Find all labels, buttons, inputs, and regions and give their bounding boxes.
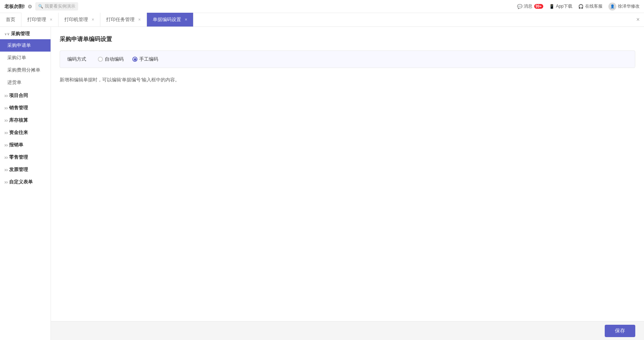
project-group-chevron: › [4,93,8,98]
online-service-label: 在线客服 [585,3,603,9]
search-bar[interactable]: 🔍 我要看实例演示 [35,2,78,11]
expense-group-label: 报销单 [9,142,23,148]
finance-group-chevron: › [4,130,8,135]
sidebar-item-purchase-expense[interactable]: 采购费用分摊单 [0,64,51,76]
sidebar-group-custom-title[interactable]: › 自定义表单 [0,175,51,187]
online-service[interactable]: 🎧 在线客服 [578,3,603,9]
sidebar-group-retail-title[interactable]: › 零售管理 [0,150,51,163]
top-bar-right: 💬 消息 99+ 📱 App下载 🎧 在线客服 👤 徐泽华修改 [517,3,640,11]
sidebar-group-purchase-title[interactable]: ∨ 采购管理 [0,27,51,39]
search-placeholder: 我要看实例演示 [45,3,75,9]
sidebar-group-inventory-title[interactable]: › 库存核算 [0,113,51,126]
retail-group-chevron: › [4,154,8,160]
sidebar-group-inventory: › 库存核算 [0,113,51,126]
notice-icon: 💬 [517,4,523,9]
global-close-button[interactable]: × [632,13,644,27]
custom-group-label: 自定义表单 [9,179,33,185]
notice-area[interactable]: 💬 消息 99+ [517,3,543,9]
sidebar-group-sales: › 销售管理 [0,101,51,113]
tabs-bar: 首页 打印管理 × 打印机管理 × 打印任务管理 × 单据编码设置 × × [0,13,644,27]
sidebar-item-purchase-receipt[interactable]: 进货单 [0,76,51,89]
sidebar-group-custom: › 自定义表单 [0,175,51,187]
sidebar-group-finance: › 资金往来 [0,126,51,138]
retail-group-label: 零售管理 [9,154,28,161]
save-button[interactable]: 保存 [605,325,635,337]
hint-text: 新增和编辑单据时，可以编辑'单据编号'输入框中的内容。 [60,74,635,86]
auto-encode-option[interactable]: 自动编码 [98,56,124,62]
main-layout: ∨ 采购管理 采购申请单 采购订单 采购费用分摊单 进货单 › 项目合同 [0,27,644,340]
sidebar-group-project-title[interactable]: › 项目合同 [0,89,51,101]
headset-icon: 🎧 [578,4,584,9]
page-title: 采购申请单编码设置 [60,36,635,43]
encoding-label: 编码方式 [67,56,86,62]
tab-print-management-label: 打印管理 [27,16,46,23]
notice-label: 消息 [524,3,532,9]
manual-encode-label: 手工编码 [139,56,158,62]
content-footer: 保存 [51,321,644,340]
top-bar: 老板勿割! ⚙ 🔍 我要看实例演示 💬 消息 99+ 📱 App下载 🎧 在线客… [0,0,644,13]
settings-icon[interactable]: ⚙ [28,4,32,9]
app-download[interactable]: 📱 App下载 [549,3,572,9]
sidebar-group-finance-title[interactable]: › 资金往来 [0,126,51,138]
tab-barcode-settings-label: 单据编码设置 [153,16,181,23]
tab-home-label: 首页 [6,16,15,23]
tab-printer-management-close[interactable]: × [92,17,94,22]
tab-home[interactable]: 首页 [0,13,21,27]
sidebar-group-sales-title[interactable]: › 销售管理 [0,101,51,113]
content-area: 采购申请单编码设置 编码方式 自动编码 手工编码 新增和编辑单据时，可以编辑'单… [51,27,644,340]
user-info[interactable]: 👤 徐泽华修改 [608,3,640,11]
auto-encode-radio[interactable] [98,57,103,62]
sidebar-group-expense: › 报销单 [0,138,51,150]
sidebar: ∨ 采购管理 采购申请单 采购订单 采购费用分摊单 进货单 › 项目合同 [0,27,51,340]
top-bar-left: 老板勿割! ⚙ 🔍 我要看实例演示 [4,2,78,11]
inventory-group-label: 库存核算 [9,117,28,124]
auto-encode-label: 自动编码 [105,56,124,62]
tab-barcode-settings[interactable]: 单据编码设置 × [147,13,193,27]
content-main: 采购申请单编码设置 编码方式 自动编码 手工编码 新增和编辑单据时，可以编辑'单… [51,27,644,321]
search-icon: 🔍 [38,4,43,9]
tab-print-management-close[interactable]: × [50,17,52,22]
encoding-section: 编码方式 自动编码 手工编码 [60,50,635,68]
expense-group-chevron: › [4,142,8,148]
tab-print-management[interactable]: 打印管理 × [21,13,59,27]
invoice-group-chevron: › [4,167,8,173]
sidebar-group-retail: › 零售管理 [0,150,51,163]
user-name: 徐泽华修改 [618,3,640,9]
sidebar-group-invoice: › 发票管理 [0,163,51,175]
finance-group-label: 资金往来 [9,129,28,136]
project-group-label: 项目合同 [9,92,28,99]
sidebar-group-project: › 项目合同 [0,89,51,101]
sidebar-item-purchase-request[interactable]: 采购申请单 [0,39,51,52]
sales-group-chevron: › [4,105,8,111]
app-download-label: App下载 [556,3,572,9]
manual-encode-option[interactable]: 手工编码 [132,56,158,62]
sidebar-group-purchase: ∨ 采购管理 采购申请单 采购订单 采购费用分摊单 进货单 [0,27,51,89]
tab-print-task-management-label: 打印任务管理 [106,16,135,23]
brand-label: 老板勿割! [4,3,25,10]
invoice-group-label: 发票管理 [9,166,28,173]
avatar: 👤 [608,3,616,11]
app-download-icon: 📱 [549,4,555,9]
inventory-group-chevron: › [4,117,8,123]
purchase-group-label: 采购管理 [11,31,30,37]
manual-encode-radio[interactable] [132,57,137,62]
sidebar-group-invoice-title[interactable]: › 发票管理 [0,163,51,175]
tab-barcode-settings-close[interactable]: × [185,17,187,22]
purchase-group-chevron: ∨ [4,32,9,36]
tab-printer-management[interactable]: 打印机管理 × [59,13,100,27]
notice-badge: 99+ [534,4,543,9]
sidebar-item-purchase-order[interactable]: 采购订单 [0,52,51,64]
sales-group-label: 销售管理 [9,105,28,111]
tab-print-task-management[interactable]: 打印任务管理 × [100,13,147,27]
custom-group-chevron: › [4,179,8,185]
tab-print-task-management-close[interactable]: × [138,17,141,22]
sidebar-group-expense-title[interactable]: › 报销单 [0,138,51,150]
tab-printer-management-label: 打印机管理 [64,16,88,23]
